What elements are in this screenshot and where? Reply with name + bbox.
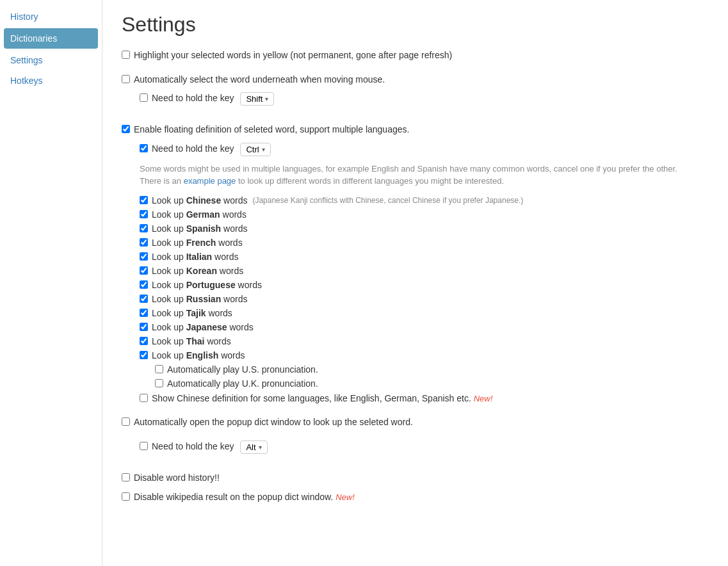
highlight-yellow-label[interactable]: Highlight your selected words in yellow … [134, 49, 452, 62]
lang-chinese-checkbox[interactable] [140, 196, 148, 204]
show-chinese-def-row: Show Chinese definition for some languag… [140, 392, 709, 405]
floating-def-hold-key-row: Need to hold the key Ctrl ▾ [140, 143, 709, 156]
disable-word-history-row: Disable word history!! [122, 472, 709, 485]
lang-french-checkbox[interactable] [140, 238, 148, 247]
disable-word-history-checkbox[interactable] [122, 473, 130, 481]
lang-korean-label[interactable]: Look up Korean words [152, 266, 243, 276]
lang-german-label[interactable]: Look up German words [152, 209, 247, 220]
lang-row-spanish: Look up Spanish words [140, 223, 709, 234]
lang-german-checkbox[interactable] [140, 210, 148, 218]
lang-row-english: Look up English words [140, 350, 709, 360]
lang-row-thai: Look up Thai words [140, 336, 709, 346]
sub-option-uk_pronunciation-label[interactable]: Automatically play U.K. pronunciation. [167, 378, 318, 389]
auto-select-hold-key-row: Need to hold the key Shift ▾ [140, 92, 709, 106]
info-text-line1: Some words might be used in multiple lan… [140, 164, 677, 174]
lang-chinese-note: (Japanese Kanji conflicts with Chinese, … [252, 196, 523, 205]
lang-korean-checkbox[interactable] [140, 266, 148, 275]
auto-open-hold-key-label[interactable]: Need to hold the key [152, 441, 234, 453]
auto-open-popup-checkbox[interactable] [122, 417, 130, 426]
auto-open-popup-row: Automatically open the popup dict window… [122, 416, 709, 429]
highlight-yellow-checkbox[interactable] [122, 51, 130, 59]
floating-def-hold-key-checkbox[interactable] [140, 144, 148, 152]
sidebar-item-history[interactable]: History [0, 6, 102, 27]
sidebar: History Dictionaries Settings Hotkeys [0, 0, 102, 566]
lang-english-checkbox[interactable] [140, 351, 148, 359]
lang-row-german: Look up German words [140, 209, 709, 220]
auto-select-row: Automatically select the word underneath… [122, 74, 709, 86]
lang-english-label[interactable]: Look up English words [152, 350, 245, 360]
show-chinese-new-badge: New! [474, 394, 493, 403]
example-page-link[interactable]: example page [184, 176, 236, 186]
lang-russian-label[interactable]: Look up Russian words [152, 294, 247, 304]
lang-thai-label[interactable]: Look up Thai words [152, 336, 231, 346]
sidebar-item-dictionaries[interactable]: Dictionaries [4, 28, 98, 49]
floating-def-checkbox[interactable] [122, 125, 130, 133]
alt-key-label: Alt [246, 442, 255, 452]
info-text-line2-post: to look up different words in different … [236, 176, 504, 186]
alt-chevron-icon: ▾ [259, 444, 262, 451]
sub-option-us_pronunciation-row: Automatically play U.S. pronunciation. [155, 364, 709, 375]
lang-row-italian: Look up Italian words [140, 252, 709, 262]
auto-open-popup-label[interactable]: Automatically open the popup dict window… [134, 416, 413, 429]
sub-option-us_pronunciation-label[interactable]: Automatically play U.S. pronunciation. [167, 364, 318, 375]
lang-italian-label[interactable]: Look up Italian words [152, 252, 238, 262]
disable-wikipedia-new-badge: New! [336, 492, 355, 502]
sidebar-item-settings[interactable]: Settings [0, 50, 102, 70]
sub-option-us_pronunciation-checkbox[interactable] [155, 365, 163, 373]
lang-tajik-checkbox[interactable] [140, 309, 148, 317]
disable-word-history-label[interactable]: Disable word history!! [134, 472, 220, 485]
lang-spanish-checkbox[interactable] [140, 224, 148, 232]
alt-key-dropdown[interactable]: Alt ▾ [240, 441, 267, 454]
lang-row-korean: Look up Korean words [140, 266, 709, 276]
sub-option-uk_pronunciation-row: Automatically play U.K. pronunciation. [155, 378, 709, 389]
auto-open-hold-key-checkbox[interactable] [140, 442, 148, 450]
lang-portuguese-label[interactable]: Look up Portuguese words [152, 280, 262, 290]
main-content: Settings Highlight your selected words i… [102, 0, 728, 566]
ctrl-key-dropdown[interactable]: Ctrl ▾ [240, 143, 270, 156]
lang-japanese-label[interactable]: Look up Japanese words [152, 322, 254, 332]
floating-def-row: Enable floating definition of seleted wo… [122, 124, 709, 136]
auto-select-checkbox[interactable] [122, 75, 130, 83]
sub-option-uk_pronunciation-checkbox[interactable] [155, 379, 163, 387]
languages-list: Look up Chinese words (Japanese Kanji co… [122, 195, 709, 389]
floating-def-hold-key-label[interactable]: Need to hold the key [152, 143, 234, 156]
lang-portuguese-checkbox[interactable] [140, 280, 148, 289]
ctrl-chevron-icon: ▾ [262, 146, 265, 153]
shift-key-dropdown[interactable]: Shift ▾ [240, 92, 274, 106]
page-title: Settings [122, 13, 709, 36]
sidebar-item-hotkeys[interactable]: Hotkeys [0, 70, 102, 91]
lang-chinese-label[interactable]: Look up Chinese words [152, 195, 247, 206]
auto-select-hold-key-checkbox[interactable] [140, 93, 148, 102]
lang-thai-checkbox[interactable] [140, 337, 148, 345]
shift-chevron-icon: ▾ [265, 95, 268, 102]
lang-row-chinese: Look up Chinese words (Japanese Kanji co… [140, 195, 709, 206]
auto-open-hold-key-row: Need to hold the key Alt ▾ [140, 441, 709, 454]
auto-select-hold-key-label[interactable]: Need to hold the key [152, 92, 234, 105]
lang-row-russian: Look up Russian words [140, 294, 709, 304]
auto-select-label[interactable]: Automatically select the word underneath… [134, 74, 385, 86]
shift-key-label: Shift [246, 94, 263, 104]
lang-italian-checkbox[interactable] [140, 252, 148, 261]
lang-french-label[interactable]: Look up French words [152, 238, 243, 248]
lang-row-japanese: Look up Japanese words [140, 322, 709, 332]
lang-russian-checkbox[interactable] [140, 295, 148, 303]
lang-row-french: Look up French words [140, 238, 709, 248]
lang-tajik-label[interactable]: Look up Tajik words [152, 308, 232, 318]
show-chinese-def-checkbox[interactable] [140, 394, 148, 402]
show-chinese-def-label[interactable]: Show Chinese definition for some languag… [152, 392, 492, 405]
floating-def-label[interactable]: Enable floating definition of seleted wo… [134, 124, 409, 136]
lang-japanese-checkbox[interactable] [140, 323, 148, 331]
ctrl-key-label: Ctrl [246, 145, 259, 154]
lang-row-portuguese: Look up Portuguese words [140, 280, 709, 290]
lang-spanish-label[interactable]: Look up Spanish words [152, 223, 247, 234]
lang-row-tajik: Look up Tajik words [140, 308, 709, 318]
highlight-yellow-row: Highlight your selected words in yellow … [122, 49, 709, 62]
disable-wikipedia-checkbox[interactable] [122, 492, 130, 501]
info-text-line2-pre: There is an [140, 176, 184, 186]
disable-wikipedia-label[interactable]: Disable wikipedia result on the popup di… [134, 491, 355, 504]
disable-wikipedia-row: Disable wikipedia result on the popup di… [122, 491, 709, 504]
info-text: Some words might be used in multiple lan… [140, 163, 709, 188]
